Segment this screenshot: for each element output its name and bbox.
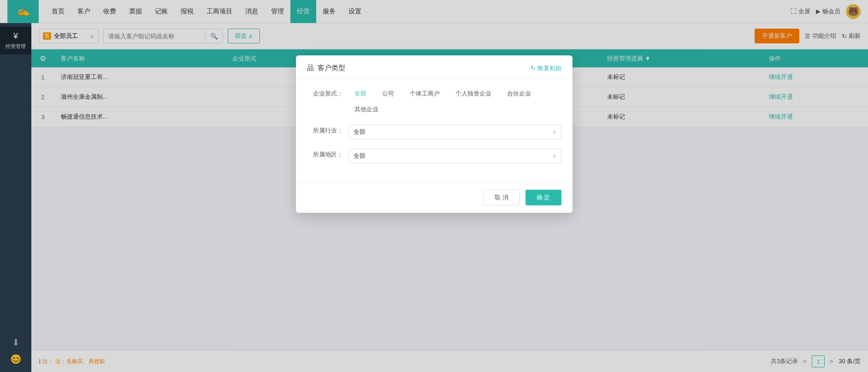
modal-title-text: 客户类型 (318, 64, 345, 72)
industry-form-row: 所属行业： 全部 ∨ (307, 125, 561, 139)
region-dropdown-icon: ∨ (553, 153, 556, 159)
region-select-wrap: 全部 ∨ (348, 149, 561, 163)
reset-icon: ↻ (531, 65, 536, 72)
region-value: 全部 (354, 152, 366, 160)
industry-select[interactable]: 全部 ∨ (348, 125, 561, 139)
modal-header: 品 客户类型 ↻ 恢复初始 (296, 55, 573, 78)
industry-dropdown-icon: ∨ (553, 129, 556, 135)
modal-overlay: 品 客户类型 ↻ 恢复初始 企业形式： 全部公司个体工商户个人独资企业合伙企业其… (0, 0, 868, 372)
confirm-button[interactable]: 确 定 (526, 190, 561, 205)
enterprise-tag-group: 全部公司个体工商户个人独资企业合伙企业其他企业 (348, 88, 561, 115)
industry-select-wrap: 全部 ∨ (348, 125, 561, 139)
modal-footer: 取 消 确 定 (296, 182, 573, 213)
industry-value: 全部 (354, 128, 366, 136)
filter-modal: 品 客户类型 ↻ 恢复初始 企业形式： 全部公司个体工商户个人独资企业合伙企业其… (296, 55, 573, 213)
modal-body: 企业形式： 全部公司个体工商户个人独资企业合伙企业其他企业 所属行业： 全部 ∨… (296, 78, 573, 182)
enterprise-tag-公司[interactable]: 公司 (376, 88, 400, 100)
industry-label: 所属行业： (307, 125, 348, 135)
enterprise-tag-合伙企业[interactable]: 合伙企业 (501, 88, 537, 100)
enterprise-label: 企业形式： (307, 88, 348, 98)
enterprise-options: 全部公司个体工商户个人独资企业合伙企业其他企业 (348, 88, 561, 115)
modal-title-icon: 品 (307, 64, 314, 72)
modal-reset-button[interactable]: ↻ 恢复初始 (531, 64, 561, 72)
reset-label: 恢复初始 (537, 64, 561, 72)
modal-title: 品 客户类型 (307, 64, 345, 72)
enterprise-tag-全部[interactable]: 全部 (348, 88, 372, 100)
enterprise-tag-个人独资企业[interactable]: 个人独资企业 (449, 88, 497, 100)
region-label: 所属地区： (307, 149, 348, 159)
enterprise-form-row: 企业形式： 全部公司个体工商户个人独资企业合伙企业其他企业 (307, 88, 561, 115)
enterprise-tag-其他企业[interactable]: 其他企业 (348, 103, 384, 115)
enterprise-tag-个体工商户[interactable]: 个体工商户 (404, 88, 446, 100)
cancel-button[interactable]: 取 消 (483, 190, 520, 205)
region-form-row: 所属地区： 全部 ∨ (307, 149, 561, 163)
region-select[interactable]: 全部 ∨ (348, 149, 561, 163)
